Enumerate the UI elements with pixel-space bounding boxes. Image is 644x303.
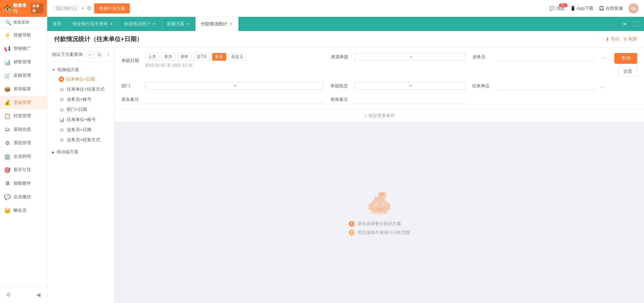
- collapse-more-btn[interactable]: ∧ 收起更多条件: [115, 109, 644, 122]
- tab-new-scheme[interactable]: 新建方案 ✕: [162, 17, 196, 31]
- tab-home[interactable]: 首页: [47, 17, 67, 31]
- group-label: 移动端方案: [57, 149, 79, 155]
- partner-dots-btn[interactable]: …: [599, 83, 607, 89]
- tab-close-all-btn[interactable]: ✕: [620, 19, 629, 29]
- export-label: 导出: [611, 36, 619, 42]
- sales-icon: 📊: [4, 59, 11, 65]
- marketing-icon: 📢: [4, 45, 11, 52]
- scheme-item-staff-account[interactable]: ⊞ 业务员+账号: [52, 94, 110, 104]
- status-select[interactable]: ▾: [354, 82, 465, 90]
- sidebar: 🐯 畅捷通巧 标准版 🔍 搜索菜单 ⚡ 快捷导航 📢 营销推广 📊 销售管理 🛒…: [0, 0, 47, 303]
- scheme-item-label: 往来单位+账号: [67, 117, 96, 123]
- topbar-dropdown-btn[interactable]: ▾: [82, 6, 84, 11]
- date-btn-this-year[interactable]: 本年: [177, 53, 192, 61]
- receipt-stat-tab-close[interactable]: ✕: [152, 22, 156, 26]
- date-btn-7days[interactable]: 近7天: [194, 53, 210, 61]
- bank-flow-tab-close[interactable]: ✕: [110, 22, 113, 26]
- payment-stat-tab-close[interactable]: ✕: [229, 22, 233, 26]
- scheme-item-unit-date[interactable]: 往来单位+日期: [52, 74, 110, 84]
- scheme-item-unit-settle[interactable]: ⊞ 往来单位+结算方式: [52, 84, 110, 94]
- filter-partner-field: 往来单位 …: [472, 82, 607, 90]
- dept-select[interactable]: ▾: [145, 82, 324, 90]
- filter-settings-button[interactable]: 设置: [618, 66, 637, 77]
- receipt-stat-tab-label: 收款情况统计: [124, 21, 150, 27]
- tab-payment-stat[interactable]: 付款情况统计 ✕: [196, 17, 238, 31]
- scheme-item-dept-date[interactable]: ⊞ 部门+日期: [52, 104, 110, 115]
- online-service-btn[interactable]: 🎧 在线客服: [599, 5, 623, 11]
- date-btn-last-month[interactable]: 上月: [145, 53, 159, 61]
- export-btn[interactable]: ⬆ 导出: [606, 36, 619, 42]
- topbar-gear-btn[interactable]: ⚙: [87, 5, 91, 11]
- sidebar-collapse-btn[interactable]: ◀: [33, 290, 43, 300]
- trial-industry-button[interactable]: 体验行业方案: [94, 3, 130, 13]
- content: 付款情况统计（往来单位+日期） ⬆ 导出 ↻ 刷新 按以下方案查询 +: [47, 31, 644, 303]
- source-select[interactable]: ▾: [354, 53, 466, 61]
- date-range-display: 2022-01-01 至 2022-12-31: [145, 63, 324, 68]
- sidebar-item-label: 企业微信: [13, 194, 31, 200]
- sidebar-item-label: 系统管理: [13, 140, 31, 146]
- empty-state: 1 请先选择要分析的方案 2 用过滤条件来缩小分析范围: [349, 190, 410, 236]
- staff-dots-btn[interactable]: …: [599, 54, 608, 60]
- scheme-settings-btn[interactable]: ⚙: [95, 51, 103, 58]
- sidebar-item-system[interactable]: ⚙ 系统管理: [0, 136, 47, 150]
- filter-row-2: 部门 ▾ 单据状态 ▾: [121, 82, 637, 90]
- head-remark-input[interactable]: [145, 95, 324, 103]
- sidebar-item-purchase[interactable]: 🛒 采购管理: [0, 69, 47, 82]
- sidebar-item-sales[interactable]: 📊 销售管理: [0, 55, 47, 69]
- sidebar-item-enterprise[interactable]: 🏢 企业协同: [0, 150, 47, 163]
- date-btn-custom[interactable]: 自定义: [228, 53, 246, 61]
- user-avatar[interactable]: Rit: [628, 3, 639, 13]
- partner-label: 往来单位: [472, 83, 492, 89]
- page-title: 付款情况统计（往来单位+日期）: [54, 35, 143, 43]
- svg-rect-3: [387, 203, 390, 210]
- new-scheme-tab-close[interactable]: ✕: [186, 22, 190, 26]
- sidebar-item-inventory[interactable]: 📦 库存核算: [0, 82, 47, 96]
- refresh-btn[interactable]: ↻ 刷新: [623, 36, 637, 42]
- date-btn-more[interactable]: 更多: [212, 53, 226, 61]
- scheme-add-btn[interactable]: +: [86, 51, 93, 58]
- scheme-item-staff-date[interactable]: ⊞ 业务员+日期: [52, 125, 110, 135]
- capital-icon: 💰: [4, 99, 11, 106]
- wechat-icon: 💬: [4, 193, 11, 200]
- date-btn-this-month[interactable]: 本月: [161, 53, 175, 61]
- sidebar-item-quick-nav[interactable]: ⚡ 快捷导航: [0, 28, 47, 42]
- scheme-table-icon: ⊞: [59, 107, 65, 113]
- sidebar-item-capital[interactable]: 💰 资金管理: [0, 96, 47, 109]
- date-options: 上月 本月 本年 近7天 更多 自定义: [145, 53, 324, 61]
- sidebar-footer: ⚙ ◀: [0, 286, 47, 303]
- inventory-icon: 📦: [4, 86, 11, 92]
- notice-badge: 99+: [559, 3, 567, 7]
- scheme-group-desktop-title[interactable]: ▼ 电脑端方案: [52, 67, 110, 73]
- notice-btn[interactable]: 💬 消息 99+: [549, 5, 565, 11]
- export-icon: ⬆: [606, 37, 609, 42]
- tab-bank-flow[interactable]: 现金银行流水查询 ✕: [67, 17, 119, 31]
- staff-input[interactable]: [496, 53, 596, 61]
- sidebar-item-wechat[interactable]: 💬 企业微信: [0, 190, 47, 204]
- svg-rect-2: [369, 203, 372, 210]
- sidebar-item-operations[interactable]: 📋 经营管理: [0, 109, 47, 123]
- address-text: 192.168.1.1: [55, 6, 77, 11]
- sidebar-item-basic-info[interactable]: 🗂 基础信息: [0, 123, 47, 136]
- sidebar-item-hardware[interactable]: 🖥 智能硬件: [0, 177, 47, 190]
- tab-receipt-stat[interactable]: 收款情况统计 ✕: [119, 17, 162, 31]
- empty-tip-1: 1 请先选择要分析的方案: [349, 221, 410, 227]
- scheme-panel-collapse-btn[interactable]: 《: [105, 52, 110, 58]
- sidebar-logo: 🐯 畅捷通巧 标准版: [0, 0, 47, 17]
- scheme-item-staff-settle[interactable]: ⊞ 业务员+结算方式: [52, 135, 110, 145]
- scheme-item-unit-account[interactable]: 📊 往来单位+账号: [52, 115, 110, 125]
- topbar: 192.168.1.1 ▾ ⚙ 体验行业方案 💬 消息 99+ 📱 App下载 …: [47, 0, 644, 17]
- sidebar-item-guide[interactable]: 🎯 新手引导: [0, 163, 47, 177]
- tab-maximize-btn[interactable]: ⛶: [632, 19, 641, 29]
- sidebar-item-marketing[interactable]: 📢 营销推广: [0, 42, 47, 55]
- query-button[interactable]: 查询: [614, 53, 637, 64]
- filter-section: 单据日期 上月 本月 本年 近7天 更多 自定义: [115, 48, 644, 122]
- sidebar-item-member[interactable]: 👑 畅会员: [0, 204, 47, 217]
- collapse-label: 收起更多条件: [369, 113, 395, 118]
- partner-input[interactable]: [496, 82, 595, 90]
- dept-select-arrow: ▾: [234, 84, 321, 88]
- sidebar-settings-btn[interactable]: ⚙: [3, 290, 13, 300]
- body-remark-input[interactable]: [354, 95, 465, 103]
- sidebar-search[interactable]: 🔍 搜索菜单: [0, 17, 47, 28]
- scheme-group-mobile-title[interactable]: ▶ 移动端方案: [52, 149, 110, 155]
- app-download-btn[interactable]: 📱 App下载: [570, 5, 593, 11]
